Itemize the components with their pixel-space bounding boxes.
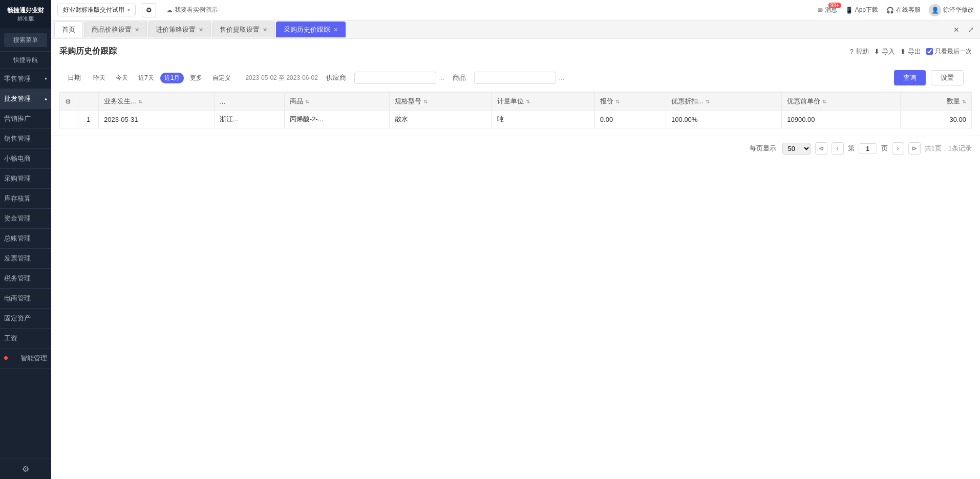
sidebar-item-marketing[interactable]: 营销推广 (0, 109, 51, 129)
date-option-custom[interactable]: 自定义 (208, 73, 235, 83)
close-icon[interactable]: ✕ (199, 27, 203, 33)
row-quantity-cell: 30.00 (900, 111, 971, 128)
user-icon: 👤 (931, 7, 939, 14)
sidebar-item-invoice[interactable]: 发票管理 (0, 249, 51, 269)
online-service-button[interactable]: 🎧 在线客服 (886, 6, 921, 14)
date-option-today[interactable]: 今天 (112, 73, 132, 83)
tab-purchase-strategy-label: 进价策略设置 (156, 25, 196, 34)
product-more-button[interactable]: ... (559, 74, 564, 81)
supplier-filter-label: 供应商 (326, 73, 346, 82)
row-supplier-cell: 浙江... (215, 111, 285, 128)
prev-page-button[interactable]: ‹ (832, 142, 844, 155)
sidebar-item-ledger[interactable]: 总账管理 (0, 229, 51, 249)
sidebar-item-ecommerce[interactable]: 电商管理 (0, 289, 51, 309)
sidebar-item-retail[interactable]: 零售管理 ▾ (0, 69, 51, 89)
sort-icon: ⇅ (138, 99, 142, 104)
user-info[interactable]: 👤 徐泽华修改 (929, 4, 974, 16)
close-icon[interactable]: ✕ (135, 27, 139, 33)
col-product-label: 商品 (290, 97, 303, 106)
tab-home-label: 首页 (62, 25, 75, 34)
sort-icon: ⇅ (962, 99, 966, 104)
col-index (78, 93, 99, 111)
search-menu-button[interactable]: 搜索菜单 (4, 33, 47, 47)
col-date[interactable]: 业务发生... ⇅ (99, 93, 215, 111)
header-settings-button[interactable]: ⚙ (142, 3, 156, 17)
filter-setting-button[interactable]: 设置 (931, 70, 964, 85)
col-extra[interactable]: ... (215, 93, 285, 111)
version-text: 好业财标准版交付试用 (63, 6, 124, 14)
date-option-more[interactable]: 更多 (186, 73, 206, 83)
close-icon[interactable]: ✕ (263, 27, 267, 33)
supplier-more-button[interactable]: ... (439, 74, 444, 81)
message-button[interactable]: ✉ 消息 99+ (818, 6, 837, 14)
query-button[interactable]: 查询 (894, 70, 926, 85)
sidebar-item-label: 批发管理 (4, 94, 31, 103)
tab-history-price[interactable]: 采购历史价跟踪 ✕ (276, 21, 346, 37)
sidebar-item-label: 库存核算 (4, 194, 31, 203)
last-only-checkbox[interactable] (926, 48, 933, 55)
row-settings-cell (60, 111, 78, 128)
date-option-yesterday[interactable]: 昨天 (89, 73, 110, 83)
help-button[interactable]: ? 帮助 (850, 47, 869, 56)
col-price-before-label: 优惠前单价 (787, 97, 820, 106)
sidebar-item-fixed-assets[interactable]: 固定资产 (0, 309, 51, 329)
sidebar-item-wholesale[interactable]: 批发管理 ▴ (0, 89, 51, 109)
col-extra-label: ... (220, 98, 225, 105)
export-icon: ⬆ (900, 48, 906, 55)
col-discount[interactable]: 优惠折扣... ⇅ (666, 93, 782, 111)
first-page-button[interactable]: ⊲ (815, 142, 827, 155)
col-spec[interactable]: 规格型号 ⇅ (389, 93, 492, 111)
page-header: 采购历史价跟踪 ? 帮助 ⬇ 导入 ⬆ 导出 (59, 46, 972, 57)
sort-icon: ⇅ (423, 99, 428, 104)
next-page-button[interactable]: › (892, 142, 904, 155)
page-input[interactable] (859, 143, 877, 154)
app-download-button[interactable]: 📱 App下载 (845, 6, 878, 14)
tab-purchase-strategy[interactable]: 进价策略设置 ✕ (148, 21, 211, 37)
page-label: 第 (848, 144, 855, 153)
col-quantity[interactable]: 数量 ⇅ (900, 93, 971, 111)
tab-price[interactable]: 商品价格设置 ✕ (84, 21, 147, 37)
sidebar: 畅捷通好业财 标准版 搜索菜单 快捷导航 零售管理 ▾ 批发管理 ▴ 营销推广 … (0, 0, 51, 479)
import-button[interactable]: ⬇ 导入 (874, 47, 895, 56)
close-icon[interactable]: ✕ (333, 27, 338, 33)
row-quoted-price-cell: 0.00 (594, 111, 666, 128)
col-settings[interactable]: ⚙ (60, 93, 78, 111)
close-window-button[interactable]: ✕ (950, 24, 963, 36)
tab-sale-extract[interactable]: 售价提取设置 ✕ (212, 21, 275, 37)
quick-nav-button[interactable]: 快捷导航 (0, 52, 51, 69)
product-input[interactable] (474, 72, 556, 84)
export-button[interactable]: ⬆ 导出 (900, 47, 921, 56)
date-option-last1m[interactable]: 近1月 (160, 73, 184, 83)
sidebar-item-finance[interactable]: 资金管理 (0, 209, 51, 229)
sidebar-search-area[interactable]: 搜索菜单 (0, 29, 51, 52)
sidebar-item-tax[interactable]: 税务管理 (0, 269, 51, 289)
sidebar-bottom: ⚙ (0, 459, 51, 479)
row-spec-cell: 散水 (389, 111, 492, 128)
version-select[interactable]: 好业财标准版交付试用 ▾ (57, 4, 136, 16)
date-option-last7[interactable]: 近7天 (134, 73, 158, 83)
date-filter-label: 日期 (68, 73, 81, 82)
supplier-input[interactable] (354, 72, 436, 84)
sort-icon: ⇅ (822, 99, 826, 104)
phone-icon: 📱 (845, 7, 853, 14)
sidebar-item-ecommerce-small[interactable]: 小畅电商 (0, 149, 51, 169)
sidebar-settings-icon[interactable]: ⚙ (22, 465, 29, 473)
product-filter-label: 商品 (453, 73, 466, 82)
sidebar-item-inventory[interactable]: 库存核算 (0, 189, 51, 209)
demo-button[interactable]: ☁ 我要看实例演示 (166, 6, 218, 14)
maximize-window-button[interactable]: ⤢ (965, 24, 977, 36)
sidebar-item-smart[interactable]: 智能管理 (0, 349, 51, 368)
col-price-before[interactable]: 优惠前单价 ⇅ (782, 93, 900, 111)
sidebar-item-sales[interactable]: 销售管理 (0, 129, 51, 149)
col-quoted-price[interactable]: 报价 ⇅ (594, 93, 666, 111)
date-range-display: 2023-05-02 至 2023-06-02 (245, 74, 317, 82)
per-page-select[interactable]: 50 20 100 200 (782, 143, 811, 155)
sidebar-item-payroll[interactable]: 工资 (0, 329, 51, 349)
col-product[interactable]: 商品 ⇅ (284, 93, 389, 111)
table-header-row: ⚙ 业务发生... ⇅ ... (60, 93, 972, 111)
tab-home[interactable]: 首页 (54, 21, 83, 37)
col-unit[interactable]: 计量单位 ⇅ (492, 93, 595, 111)
table-row: 1 2023-05-31 浙江... 丙烯酸-2-... 散水 吨 0.00 1… (60, 111, 972, 128)
last-page-button[interactable]: ⊳ (908, 142, 921, 155)
sidebar-item-purchase[interactable]: 采购管理 (0, 169, 51, 189)
